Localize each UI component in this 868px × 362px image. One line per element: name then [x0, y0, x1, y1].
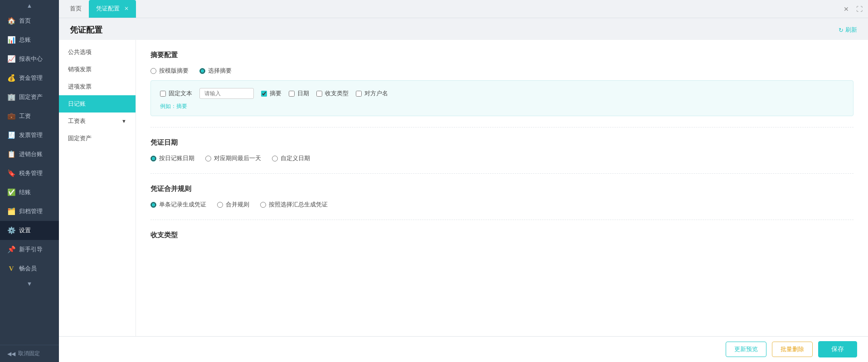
- sidebar-item-invoice-mgmt[interactable]: 🧾 发票管理: [0, 126, 59, 145]
- content-wrapper: 凭证配置 ↻ 刷新 公共选项 销项发票 进项发票 日记账: [59, 18, 868, 362]
- sidebar-item-settings[interactable]: ⚙️ 设置: [0, 221, 59, 240]
- page-header: 凭证配置 ↻ 刷新: [59, 18, 868, 40]
- radio-merge-rules[interactable]: 合并规则: [217, 201, 249, 209]
- close-window-icon[interactable]: ✕: [842, 4, 851, 15]
- right-content: 摘要配置 按模版摘要 选择摘要: [136, 40, 868, 336]
- radio-by-selection[interactable]: 按照选择汇总生成凭证: [260, 201, 328, 209]
- radio-single-record[interactable]: 单条记录生成凭证: [150, 201, 206, 209]
- tab-close-icon[interactable]: ✕: [124, 5, 129, 12]
- radio-by-selection-label: 按照选择汇总生成凭证: [269, 201, 328, 209]
- left-nav-item-sales-invoice[interactable]: 销项发票: [59, 61, 136, 78]
- summary-section-title: 摘要配置: [150, 51, 853, 59]
- checkbox-income-type-label: 收支类型: [325, 89, 349, 98]
- radio-select-summary-input[interactable]: [199, 68, 205, 74]
- settings-icon: ⚙️: [7, 226, 15, 235]
- checkbox-fixed-text[interactable]: 固定文本: [160, 89, 192, 98]
- checkbox-summary-input[interactable]: [261, 91, 267, 97]
- radio-template-summary[interactable]: 按模版摘要: [150, 67, 189, 75]
- radio-by-journal-date-input[interactable]: [150, 156, 156, 161]
- radio-single-record-input[interactable]: [150, 202, 156, 208]
- checkbox-date-label: 日期: [297, 89, 309, 98]
- sidebar-item-label: 税务管理: [19, 169, 43, 177]
- checkbox-counterparty-label: 对方户名: [364, 89, 388, 98]
- ledger-icon: 📊: [7, 36, 15, 44]
- left-nav-item-label: 公共选项: [68, 48, 92, 56]
- tab-home-label: 首页: [70, 5, 82, 13]
- sidebar-unpin[interactable]: ◀◀ 取消固定: [0, 345, 59, 362]
- checkbox-summary[interactable]: 摘要: [261, 89, 281, 98]
- left-nav-item-public[interactable]: 公共选项: [59, 44, 136, 61]
- left-nav-item-fixed-assets[interactable]: 固定资产: [59, 130, 136, 147]
- update-preview-button[interactable]: 更新预览: [726, 342, 766, 357]
- radio-by-last-day[interactable]: 对应期间最后一天: [205, 154, 261, 162]
- checkbox-counterparty[interactable]: 对方户名: [356, 89, 388, 98]
- left-nav: 公共选项 销项发票 进项发票 日记账 工资表 ▼ 固定资产: [59, 40, 136, 336]
- checkbox-fixed-text-input[interactable]: [160, 91, 166, 97]
- left-nav-item-payroll-table[interactable]: 工资表 ▼: [59, 113, 136, 130]
- merge-rules-section: 凭证合并规则 单条记录生成凭证 合并规则 按照选择汇总生成凭证: [150, 185, 853, 220]
- radio-by-selection-input[interactable]: [260, 202, 266, 208]
- sidebar-item-archive[interactable]: 🗂️ 归档管理: [0, 202, 59, 221]
- save-button[interactable]: 保存: [818, 341, 857, 357]
- checkbox-income-type[interactable]: 收支类型: [316, 89, 349, 98]
- sidebar: ▲ 🏠 首页 📊 总账 📈 报表中心 💰 资金管理 🏢 固定资产 💼 工资 🧾 …: [0, 0, 59, 362]
- tab-voucher-config[interactable]: 凭证配置 ✕: [89, 0, 136, 18]
- radio-select-summary-label: 选择摘要: [208, 67, 232, 75]
- sidebar-item-label: 设置: [19, 226, 31, 235]
- refresh-button[interactable]: ↻ 刷新: [839, 26, 857, 34]
- sidebar-item-funds[interactable]: 💰 资金管理: [0, 68, 59, 88]
- layout: 公共选项 销项发票 进项发票 日记账 工资表 ▼ 固定资产: [59, 40, 868, 336]
- radio-by-journal-date-label: 按日记账日期: [159, 154, 194, 162]
- checkbox-summary-label: 摘要: [270, 89, 281, 98]
- left-nav-item-purchase-invoice[interactable]: 进项发票: [59, 78, 136, 95]
- checkbox-counterparty-input[interactable]: [356, 91, 362, 97]
- sidebar-item-label: 总账: [19, 36, 31, 44]
- radio-custom-date-input[interactable]: [272, 156, 278, 161]
- left-nav-item-label: 工资表: [68, 117, 86, 125]
- sidebar-scroll-down[interactable]: ▼: [0, 278, 59, 289]
- sidebar-item-label: 报表中心: [19, 55, 43, 63]
- left-nav-item-label: 固定资产: [68, 134, 92, 142]
- guide-icon: 📌: [7, 245, 15, 254]
- sidebar-item-settlement[interactable]: ✅ 结账: [0, 183, 59, 202]
- maximize-icon[interactable]: ⛶: [854, 4, 864, 15]
- checkbox-date-input[interactable]: [289, 91, 295, 97]
- tab-bar: 首页 凭证配置 ✕ ✕ ⛶: [59, 0, 868, 18]
- sidebar-scroll-up[interactable]: ▲: [0, 0, 59, 11]
- sidebar-item-label: 发票管理: [19, 131, 43, 139]
- sidebar-item-tax[interactable]: 🔖 税务管理: [0, 164, 59, 183]
- radio-by-last-day-input[interactable]: [205, 156, 211, 161]
- sidebar-item-ledger[interactable]: 📊 总账: [0, 30, 59, 49]
- radio-single-record-label: 单条记录生成凭证: [159, 201, 206, 209]
- checkbox-date[interactable]: 日期: [289, 89, 309, 98]
- sidebar-item-label: 归档管理: [19, 207, 43, 215]
- sidebar-item-assets[interactable]: 🏢 固定资产: [0, 88, 59, 107]
- radio-merge-rules-input[interactable]: [217, 202, 223, 208]
- left-nav-item-label: 销项发票: [68, 65, 92, 73]
- sidebar-item-label: 工资: [19, 112, 31, 120]
- batch-delete-button[interactable]: 批量删除: [772, 342, 813, 357]
- tab-home[interactable]: 首页: [63, 0, 89, 18]
- sidebar-item-guide[interactable]: 📌 新手引导: [0, 240, 59, 259]
- fixed-text-input[interactable]: [199, 88, 254, 99]
- radio-custom-date[interactable]: 自定义日期: [272, 154, 310, 162]
- sidebar-item-payroll[interactable]: 💼 工资: [0, 107, 59, 126]
- archive-icon: 🗂️: [7, 207, 15, 215]
- left-nav-item-journal[interactable]: 日记账: [59, 95, 136, 113]
- income-type-title: 收支类型: [150, 231, 853, 240]
- merge-rules-title: 凭证合并规则: [150, 185, 853, 193]
- merge-rules-options: 单条记录生成凭证 合并规则 按照选择汇总生成凭证: [150, 201, 853, 209]
- radio-template-summary-input[interactable]: [150, 68, 156, 74]
- sidebar-item-purchase-sales[interactable]: 📋 进销台账: [0, 145, 59, 164]
- sidebar-item-reports[interactable]: 📈 报表中心: [0, 49, 59, 68]
- tab-voucher-config-label: 凭证配置: [96, 5, 120, 13]
- sidebar-item-member[interactable]: V 畅会员: [0, 259, 59, 278]
- checkbox-income-type-input[interactable]: [316, 91, 322, 97]
- page-title: 凭证配置: [70, 24, 102, 35]
- bottom-bar: 更新预览 批量删除 保存: [59, 336, 868, 362]
- sidebar-item-label: 固定资产: [19, 93, 43, 101]
- sidebar-item-home[interactable]: 🏠 首页: [0, 11, 59, 30]
- sidebar-item-label: 结账: [19, 188, 31, 196]
- radio-by-journal-date[interactable]: 按日记账日期: [150, 154, 194, 162]
- radio-select-summary[interactable]: 选择摘要: [199, 67, 232, 75]
